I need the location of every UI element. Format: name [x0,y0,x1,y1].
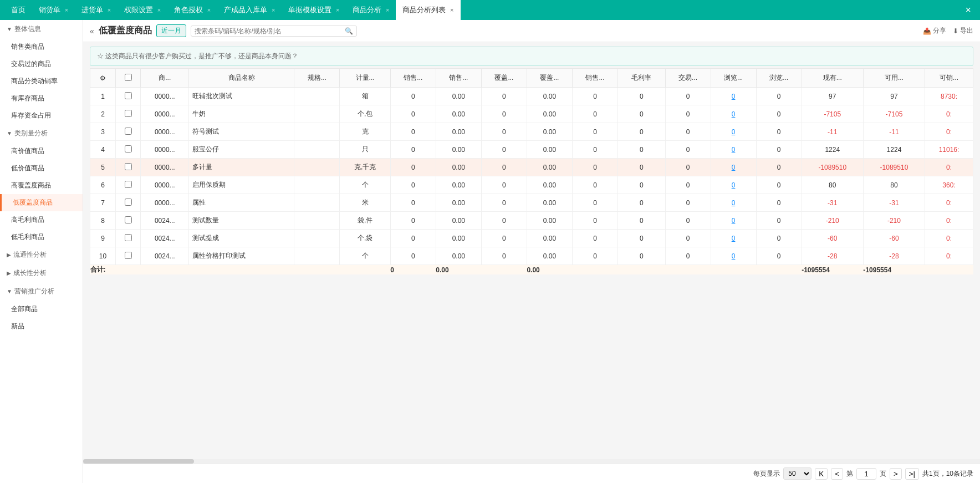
prev-page-btn[interactable]: < [831,468,843,480]
next-page-btn[interactable]: > [890,468,902,480]
nav-sales[interactable]: 销货单 × [32,0,75,20]
nav-roles[interactable]: 角色授权 × [167,0,217,20]
nav-sales-close[interactable]: × [65,7,68,13]
row-checkbox[interactable] [116,123,141,141]
sidebar-item-low-coverage[interactable]: 低覆盖度商品 [0,194,83,211]
nav-analysis-close[interactable]: × [386,7,389,13]
row-checkbox[interactable] [116,247,141,265]
sidebar-item-high-value[interactable]: 高价值商品 [0,143,83,160]
row-browse1[interactable]: 0 [711,141,756,159]
nav-products[interactable]: 产成品入库单 × [217,0,282,20]
col-checkbox[interactable] [116,69,141,88]
col-available[interactable]: 可用... [863,69,925,88]
last-page-btn[interactable]: >| [905,468,919,480]
nav-roles-close[interactable]: × [207,7,211,13]
row-checkbox[interactable] [116,105,141,123]
col-sales-qty[interactable]: 销售... [390,69,436,88]
col-coverage2[interactable]: 覆盖... [527,69,572,88]
select-all-checkbox[interactable] [125,74,132,81]
sidebar-item-low-value[interactable]: 低价值商品 [0,160,83,177]
row-select[interactable] [125,252,132,259]
search-icon[interactable]: 🔍 [345,27,353,35]
row-select[interactable] [125,163,132,170]
row-browse1[interactable]: 0 [711,159,756,176]
scrollbar[interactable] [83,459,980,464]
sidebar-section-circulation[interactable]: ▶ 流通性分析 [0,246,83,264]
nav-analysis[interactable]: 商品分析 × [346,0,396,20]
nav-perms-close[interactable]: × [157,7,161,13]
sidebar-section-growth[interactable]: ▶ 成长性分析 [0,264,83,282]
row-checkbox[interactable] [116,194,141,212]
row-select[interactable] [125,145,132,152]
row-select[interactable] [125,110,132,117]
col-name[interactable]: 商品名称 [189,69,294,88]
row-checkbox[interactable] [116,159,141,176]
row-select[interactable] [125,128,132,135]
row-checkbox[interactable] [116,141,141,159]
nav-analysis-list[interactable]: 商品分析列表 × [396,0,460,20]
sidebar-item-category-rate[interactable]: 商品分类动销率 [0,73,83,90]
row-checkbox[interactable] [116,230,141,247]
nav-templates-close[interactable]: × [336,7,339,13]
period-button[interactable]: 近一月 [156,24,186,37]
row-browse1[interactable]: 0 [711,212,756,230]
per-page-select[interactable]: 50 100 200 [783,467,811,480]
row-browse1[interactable]: 0 [711,123,756,141]
row-checkbox[interactable] [116,212,141,230]
sidebar-item-sales-products[interactable]: 销售类商品 [0,38,83,55]
row-browse1[interactable]: 0 [711,105,756,123]
col-sales-days[interactable]: 销售... [572,69,617,88]
nav-templates[interactable]: 单据模板设置 × [282,0,346,20]
sidebar-section-overall[interactable]: ▼ 整体信息 [0,20,83,38]
nav-products-close[interactable]: × [272,7,275,13]
window-close-btn[interactable]: × [961,4,976,16]
row-checkbox[interactable] [116,88,141,105]
sidebar-item-all-products[interactable]: 全部商品 [0,301,83,318]
sidebar-item-traded[interactable]: 交易过的商品 [0,55,83,73]
nav-analysis-list-close[interactable]: × [450,7,453,13]
row-select[interactable] [125,216,132,223]
row-browse1[interactable]: 0 [711,88,756,105]
row-select[interactable] [125,181,132,188]
collapse-sidebar-btn[interactable]: « [90,27,94,35]
row-browse1[interactable]: 0 [711,247,756,265]
col-settings[interactable]: ⚙ [90,69,116,88]
col-sellable[interactable]: 可销... [925,69,973,88]
sidebar-item-new-products[interactable]: 新品 [0,318,83,335]
row-browse1[interactable]: 0 [711,194,756,212]
col-current-stock[interactable]: 现有... [802,69,863,88]
sidebar-item-high-margin[interactable]: 高毛利商品 [0,211,83,228]
sidebar-section-category[interactable]: ▼ 类别量分析 [0,124,83,143]
row-browse1[interactable]: 0 [711,230,756,247]
row-checkbox[interactable] [116,176,141,194]
sidebar-section-marketing[interactable]: ▼ 营销推广分析 [0,282,83,301]
row-browse1[interactable]: 0 [711,176,756,194]
col-coverage1[interactable]: 覆盖... [481,69,527,88]
search-input[interactable] [195,27,345,35]
sidebar-item-low-margin[interactable]: 低毛利商品 [0,228,83,246]
col-sales-amt[interactable]: 销售... [436,69,481,88]
share-btn[interactable]: 📤 分享 [923,26,946,35]
row-select[interactable] [125,199,132,206]
export-btn[interactable]: ⬇ 导出 [953,26,973,35]
nav-purchase[interactable]: 进货单 × [75,0,118,20]
nav-home[interactable]: 首页 [4,0,32,20]
row-select[interactable] [125,234,132,241]
sidebar-item-stock-capital[interactable]: 库存资金占用 [0,107,83,124]
col-trade[interactable]: 交易... [665,69,711,88]
col-unit[interactable]: 计量... [340,69,390,88]
sidebar-item-high-coverage[interactable]: 高覆盖度商品 [0,177,83,194]
scrollbar-thumb[interactable] [83,459,194,464]
nav-purchase-close[interactable]: × [108,7,111,13]
first-page-btn[interactable]: K [815,468,828,480]
row-select[interactable] [125,92,132,99]
col-browse1[interactable]: 浏览... [711,69,756,88]
col-browse2[interactable]: 浏览... [756,69,802,88]
col-code[interactable]: 商... [141,69,189,88]
page-input[interactable] [856,468,876,480]
table-container[interactable]: ⚙ 商... 商品名称 规格... 计量... 销售... 销售... 覆盖..… [83,68,980,459]
col-spec[interactable]: 规格... [294,69,340,88]
sidebar-item-in-stock[interactable]: 有库存商品 [0,90,83,107]
nav-perms[interactable]: 权限设置 × [118,0,167,20]
col-gross-margin[interactable]: 毛利率 [618,69,666,88]
